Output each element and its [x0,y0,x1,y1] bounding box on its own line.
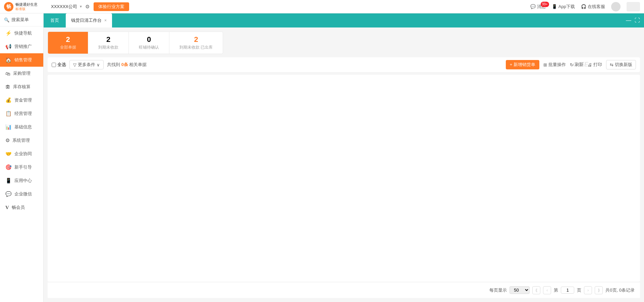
stats-tabs: 2 全部单据 2 到期未收款 0 旺铺待确认 2 到期未收款 已出库 [48,32,223,54]
filter-button[interactable]: ▽ 更多条件 ∨ [69,60,104,69]
chevron-filter-icon: ∨ [97,62,100,67]
page-label-pre: 第 [554,287,558,293]
tab-bar: 首页 钱货日清工作台 × — ⛶ [44,13,644,27]
message-button[interactable]: 💬 消息 99+ [530,4,546,10]
expand-icon[interactable]: ⛶ [635,17,640,23]
trial-button[interactable]: 体验行业方案 [94,2,129,11]
logo-area: 畅 畅捷通好生意 标准版 [4,2,48,11]
table-empty [48,75,640,282]
stat-label-pending: 旺铺待确认 [139,45,159,50]
page-size-select[interactable]: 50 100 200 [509,286,530,294]
add-sales-button[interactable]: + 新增销货单 [506,60,539,69]
switch-icon: ⇆ [610,62,613,67]
stat-num-pending: 0 [139,35,159,44]
stat-tab-overdue[interactable]: 2 到期未收款 [88,32,129,54]
found-count: 0条 [121,62,128,67]
pagination-bar: 每页显示 50 100 200 ⟪ ‹ 第 1 页 › ⟫ 共0页, 0条记录 [48,282,640,298]
toolbar-right: + 新增销货单 ⊞ 批量操作 ↻ 刷新 🖨 打印 ⇆ [506,60,636,69]
sidebar-item-newcomer[interactable]: 🎯 新手引导 [0,161,43,174]
sidebar: 🔍 搜索菜单 ⚡ 快捷导航 📢 营销推广 🏠 销售管理 🛍 采购管理 🏚 库存核… [0,13,44,302]
sidebar-item-system[interactable]: ⚙ 系统管理 [0,134,43,147]
stat-tab-all[interactable]: 2 全部单据 [48,32,88,54]
page-content: 2 全部单据 2 到期未收款 0 旺铺待确认 2 到期未收款 已出库 [44,27,644,302]
sidebar-item-operation[interactable]: 📋 经营管理 [0,107,43,120]
online-service-button[interactable]: 🎧 在线客服 [581,4,605,10]
purchase-icon: 🛍 [5,71,10,76]
sidebar-item-sales[interactable]: 🏠 销售管理 [0,53,43,67]
sales-icon: 🏠 [5,57,12,63]
operation-icon: 📋 [5,111,12,117]
print-button[interactable]: 🖨 打印 [588,62,602,68]
sidebar-item-inventory[interactable]: 🏚 库存核算 [0,80,43,94]
minimize-icon[interactable]: — [626,17,631,23]
sidebar-item-member[interactable]: V 畅会员 [0,201,43,214]
sidebar-item-marketing[interactable]: 📢 营销推广 [0,40,43,53]
main-layout: 🔍 搜索菜单 ⚡ 快捷导航 📢 营销推广 🏠 销售管理 🛍 采购管理 🏚 库存核… [0,13,644,302]
headset-icon: 🎧 [581,4,586,9]
last-page-button[interactable]: ⟫ [595,286,603,294]
stat-num-shipped: 2 [179,35,213,44]
total-label: 共0页, 0条记录 [605,287,635,293]
tab-active[interactable]: 钱货日清工作台 × [66,13,112,27]
stat-tab-shipped[interactable]: 2 到期未收款 已出库 [169,32,223,54]
company-name: XXXXXX公司 [51,4,77,10]
filter-icon: ▽ [73,62,76,67]
message-badge: 99+ [541,2,549,7]
page-size-label: 每页显示 [489,287,507,293]
message-icon: 💬 [530,4,536,9]
logo-text: 畅捷通好生意 标准版 [15,2,38,11]
avatar[interactable] [611,2,621,11]
sidebar-item-enterprise[interactable]: 🤝 企业协同 [0,147,43,161]
tab-bar-right: — ⛶ [626,17,644,23]
sidebar-item-quick-nav[interactable]: ⚡ 快捷导航 [0,26,43,40]
settings-icon[interactable]: ⚙ [85,4,90,10]
page-label: 页 [577,287,581,293]
search-icon: 🔍 [4,17,9,22]
newcomer-icon: 🎯 [5,164,12,170]
quick-nav-icon: ⚡ [5,30,12,36]
header-right: 💬 消息 99+ 📱 App下载 🎧 在线客服 [530,2,640,11]
stat-num-all: 2 [58,35,78,44]
app-center-icon: 📱 [5,178,12,184]
refresh-button[interactable]: ↻ 刷新 [570,62,584,68]
toolbar: 全选 ▽ 更多条件 ∨ 共找到 0条 相关单据 + 新增销货单 ⊞ 批量操作 [48,57,640,72]
stat-label-all: 全部单据 [58,45,78,50]
top-header: 畅 畅捷通好生意 标准版 XXXXXX公司 ▼ ⚙ 体验行业方案 💬 消息 99… [0,0,644,13]
next-page-button[interactable]: › [584,286,592,294]
app-download-button[interactable]: 📱 App下载 [552,4,575,10]
tab-close-icon[interactable]: × [104,18,107,23]
table-area [48,75,640,282]
switch-version-button[interactable]: ⇆ 切换新版 [606,60,636,69]
basic-info-icon: 📊 [5,124,12,130]
sidebar-item-app-center[interactable]: 📱 应用中心 [0,174,43,187]
company-selector[interactable]: XXXXXX公司 ▼ [51,4,83,10]
batch-icon: ⊞ [543,62,547,67]
weixin-icon: 💬 [5,191,12,197]
prev-page-button[interactable]: ‹ [543,286,551,294]
batch-operation-button[interactable]: ⊞ 批量操作 [543,62,566,68]
sidebar-item-weixin[interactable]: 💬 企业微信 [0,187,43,201]
logo-icon: 畅 [4,2,13,11]
first-page-button[interactable]: ⟪ [532,286,540,294]
sidebar-search[interactable]: 🔍 搜索菜单 [0,13,43,26]
app-icon: 📱 [552,4,557,9]
stat-label-overdue: 到期未收款 [98,45,118,50]
user-menu[interactable] [627,2,640,11]
sidebar-item-finance[interactable]: 💰 资金管理 [0,94,43,107]
select-all-area[interactable]: 全选 [52,62,66,68]
refresh-icon: ↻ [570,62,574,67]
chevron-down-icon: ▼ [79,5,83,8]
content-area: 首页 钱货日清工作台 × — ⛶ 2 全部单据 2 到期未收款 [44,13,644,302]
select-all-checkbox[interactable] [52,63,56,67]
tab-home[interactable]: 首页 [44,13,66,27]
found-text: 共找到 0条 相关单据 [107,62,147,68]
page-input[interactable]: 1 [561,287,574,294]
sidebar-item-basic-info[interactable]: 📊 基础信息 [0,120,43,134]
stat-tab-pending[interactable]: 0 旺铺待确认 [129,32,169,54]
stat-num-overdue: 2 [98,35,118,44]
print-icon: 🖨 [588,62,592,67]
inventory-icon: 🏚 [5,84,10,90]
stat-label-shipped: 到期未收款 已出库 [179,45,213,50]
sidebar-item-purchase[interactable]: 🛍 采购管理 [0,67,43,80]
finance-icon: 💰 [5,97,12,103]
